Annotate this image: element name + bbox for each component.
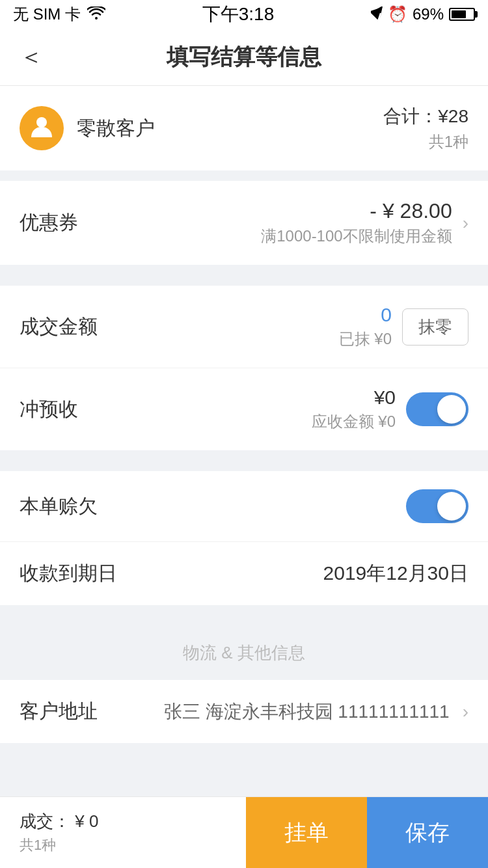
prepay-row: 冲预收 ¥0 应收金额 ¥0 bbox=[0, 368, 488, 450]
content: 零散客户 合计：¥28 共1种 优惠券 - ¥ 28.00 满1000-100不… bbox=[0, 86, 488, 868]
status-left: 无 SIM 卡 bbox=[13, 4, 105, 25]
coupon-section: 优惠券 - ¥ 28.00 满1000-100不限制使用金额 › bbox=[0, 181, 488, 265]
status-right: ⏰ 69% bbox=[371, 5, 475, 23]
bottom-count: 共1种 bbox=[20, 835, 226, 855]
deal-prepay-section: 成交金额 0 已抹 ¥0 抹零 冲预收 ¥0 应收金额 ¥0 bbox=[0, 286, 488, 450]
due-date-label: 收款到期日 bbox=[20, 560, 117, 587]
status-time: 下午3:18 bbox=[202, 2, 275, 27]
credit-toggle[interactable] bbox=[406, 489, 468, 523]
bottom-bar: 成交： ¥ 0 共1种 挂单 保存 bbox=[0, 796, 488, 868]
logistics-label: 物流 & 其他信息 bbox=[183, 643, 305, 662]
divider-2 bbox=[0, 461, 488, 471]
coupon-label: 优惠券 bbox=[20, 210, 78, 236]
customer-name: 零散客户 bbox=[77, 115, 155, 142]
address-value: 张三 海淀永丰科技园 11111111111 bbox=[111, 699, 450, 724]
address-section: 客户地址 张三 海淀永丰科技园 11111111111 › bbox=[0, 680, 488, 743]
bottom-summary: 成交： ¥ 0 共1种 bbox=[0, 810, 246, 855]
deal-value-block: 0 已抹 ¥0 bbox=[339, 304, 392, 349]
coupon-value: - ¥ 28.00 bbox=[261, 199, 452, 223]
wifi-icon bbox=[87, 5, 105, 23]
bottom-deal-text: 成交： ¥ 0 bbox=[20, 810, 226, 833]
deal-label: 成交金额 bbox=[20, 314, 98, 340]
address-chevron: › bbox=[463, 701, 468, 722]
deal-amount: ¥ 0 bbox=[75, 811, 98, 831]
moling-button[interactable]: 抹零 bbox=[402, 308, 468, 346]
prepay-right: ¥0 应收金额 ¥0 bbox=[312, 387, 468, 432]
prepay-label: 冲预收 bbox=[20, 396, 78, 423]
coupon-value-block: - ¥ 28.00 满1000-100不限制使用金额 bbox=[261, 199, 452, 247]
deal-prefix: 成交： bbox=[20, 811, 70, 831]
divider-3 bbox=[0, 616, 488, 626]
save-button[interactable]: 保存 bbox=[367, 797, 488, 869]
page-title: 填写结算等信息 bbox=[167, 42, 321, 72]
coupon-row[interactable]: 优惠券 - ¥ 28.00 满1000-100不限制使用金额 › bbox=[0, 181, 488, 265]
total-amount: 合计：¥28 bbox=[383, 104, 468, 129]
alarm-icon: ⏰ bbox=[388, 5, 407, 23]
back-button[interactable]: ＜ bbox=[20, 41, 43, 73]
nav-bar: ＜ 填写结算等信息 bbox=[0, 29, 488, 86]
no-sim-label: 无 SIM 卡 bbox=[13, 4, 81, 25]
deal-right: 0 已抹 ¥0 抹零 bbox=[339, 304, 468, 349]
divider-1 bbox=[0, 275, 488, 286]
address-row[interactable]: 客户地址 张三 海淀永丰科技园 11111111111 › bbox=[0, 680, 488, 743]
battery-icon bbox=[449, 8, 475, 21]
credit-toggle-knob bbox=[437, 492, 466, 521]
toggle-knob bbox=[437, 395, 466, 424]
customer-left: 零散客户 bbox=[20, 106, 155, 150]
prepay-toggle[interactable] bbox=[406, 392, 468, 426]
prepay-subtext: 应收金额 ¥0 bbox=[312, 411, 396, 432]
status-bar: 无 SIM 卡 下午3:18 ⏰ 69% bbox=[0, 0, 488, 29]
coupon-subtext: 满1000-100不限制使用金额 bbox=[261, 226, 452, 247]
deal-subtext: 已抹 ¥0 bbox=[339, 329, 392, 349]
credit-label: 本单赊欠 bbox=[20, 493, 98, 520]
coupon-right: - ¥ 28.00 满1000-100不限制使用金额 › bbox=[261, 199, 468, 247]
credit-right bbox=[406, 489, 468, 523]
customer-total: 合计：¥28 共1种 bbox=[383, 104, 468, 152]
logistics-header: 物流 & 其他信息 bbox=[0, 626, 488, 680]
deal-value: 0 bbox=[339, 304, 392, 326]
location-icon bbox=[371, 5, 383, 23]
total-count: 共1种 bbox=[383, 131, 468, 152]
coupon-chevron: › bbox=[463, 213, 468, 234]
customer-avatar bbox=[20, 106, 64, 150]
due-date-row: 收款到期日 2019年12月30日 bbox=[0, 542, 488, 605]
prepay-value-block: ¥0 应收金额 ¥0 bbox=[312, 387, 396, 432]
battery-percent: 69% bbox=[413, 5, 444, 23]
svg-point-0 bbox=[36, 117, 47, 128]
prepay-value: ¥0 bbox=[312, 387, 396, 409]
credit-row: 本单赊欠 bbox=[0, 471, 488, 542]
hangup-button[interactable]: 挂单 bbox=[246, 797, 367, 869]
due-date-value: 2019年12月30日 bbox=[323, 560, 468, 587]
deal-row: 成交金额 0 已抹 ¥0 抹零 bbox=[0, 286, 488, 368]
customer-section: 零散客户 合计：¥28 共1种 bbox=[0, 86, 488, 170]
address-key: 客户地址 bbox=[20, 698, 98, 725]
credit-section: 本单赊欠 收款到期日 2019年12月30日 bbox=[0, 471, 488, 605]
avatar-icon bbox=[30, 114, 53, 143]
